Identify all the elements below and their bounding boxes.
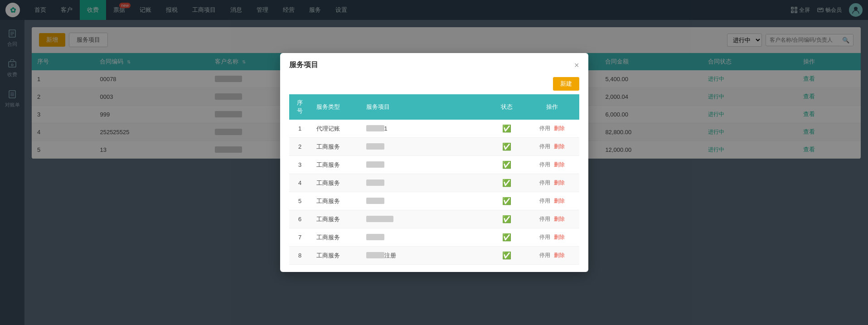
modal-new-button[interactable]: 新建	[553, 77, 579, 91]
modal-cell-action: 停用 删除	[525, 192, 579, 210]
modal-col-action: 操作	[525, 94, 579, 120]
modal-header: 服务项目 ×	[280, 53, 588, 73]
modal-close-button[interactable]: ×	[574, 61, 579, 69]
modal-cell-project: 1	[361, 120, 489, 138]
modal-table-row: 6 工商服务 ✅ 停用 删除	[289, 210, 579, 228]
modal-cell-status: ✅	[489, 156, 525, 174]
stop-button[interactable]: 停用	[539, 215, 550, 223]
modal-cell-project	[361, 210, 489, 228]
delete-button[interactable]: 删除	[554, 233, 565, 241]
status-active-icon: ✅	[502, 143, 511, 150]
modal-cell-type: 工商服务	[311, 192, 361, 210]
modal-cell-index: 4	[289, 174, 311, 192]
modal-cell-action: 停用 删除	[525, 156, 579, 174]
status-active-icon: ✅	[502, 197, 511, 205]
modal-table-row: 2 工商服务 ✅ 停用 删除	[289, 138, 579, 156]
delete-button[interactable]: 删除	[554, 125, 565, 132]
modal-cell-index: 3	[289, 156, 311, 174]
modal-cell-action: 停用 删除	[525, 174, 579, 192]
modal-cell-type: 工商服务	[311, 210, 361, 228]
modal-cell-index: 6	[289, 210, 311, 228]
modal-cell-index: 8	[289, 247, 311, 265]
modal-cell-status: ✅	[489, 192, 525, 210]
modal-overlay: 服务项目 × 新建 序号 服务类型 服务项目 状态	[24, 20, 868, 325]
modal-cell-action: 停用 删除	[525, 228, 579, 247]
main-layout: 合同 收费 对账单 新增 服务项目 进行中 全部	[0, 20, 868, 325]
modal-col-status: 状态	[489, 94, 525, 120]
stop-button[interactable]: 停用	[539, 233, 550, 241]
stop-button[interactable]: 停用	[539, 161, 550, 169]
delete-button[interactable]: 删除	[554, 143, 565, 150]
modal-cell-project	[361, 138, 489, 156]
modal-toolbar: 新建	[280, 73, 588, 94]
modal-cell-type: 工商服务	[311, 174, 361, 192]
status-active-icon: ✅	[502, 179, 511, 187]
modal-title: 服务项目	[289, 60, 318, 70]
service-modal: 服务项目 × 新建 序号 服务类型 服务项目 状态	[280, 53, 588, 272]
modal-table-row: 3 工商服务 ✅ 停用 删除	[289, 156, 579, 174]
modal-table-row: 1 代理记账 1 ✅ 停用 删除	[289, 120, 579, 138]
stop-button[interactable]: 停用	[539, 252, 550, 259]
modal-cell-status: ✅	[489, 247, 525, 265]
modal-cell-status: ✅	[489, 210, 525, 228]
modal-table-row: 5 工商服务 ✅ 停用 删除	[289, 192, 579, 210]
modal-cell-index: 1	[289, 120, 311, 138]
modal-col-type: 服务类型	[311, 94, 361, 120]
modal-cell-status: ✅	[489, 228, 525, 247]
status-active-icon: ✅	[502, 161, 511, 169]
modal-cell-project	[361, 192, 489, 210]
modal-table-row: 4 工商服务 ✅ 停用 删除	[289, 174, 579, 192]
modal-cell-status: ✅	[489, 138, 525, 156]
modal-body: 序号 服务类型 服务项目 状态 操作 1 代理记账 1 ✅ 停用 删除	[280, 94, 588, 272]
stop-button[interactable]: 停用	[539, 125, 550, 132]
modal-cell-action: 停用 删除	[525, 210, 579, 228]
modal-cell-index: 7	[289, 228, 311, 247]
modal-cell-action: 停用 删除	[525, 138, 579, 156]
delete-button[interactable]: 删除	[554, 161, 565, 169]
modal-cell-type: 工商服务	[311, 228, 361, 247]
status-active-icon: ✅	[502, 252, 511, 259]
delete-button[interactable]: 删除	[554, 215, 565, 223]
modal-col-project: 服务项目	[361, 94, 489, 120]
modal-table-row: 8 工商服务 注册 ✅ 停用 删除	[289, 247, 579, 265]
service-table: 序号 服务类型 服务项目 状态 操作 1 代理记账 1 ✅ 停用 删除	[289, 94, 579, 265]
modal-cell-type: 代理记账	[311, 120, 361, 138]
modal-cell-type: 工商服务	[311, 156, 361, 174]
content-area: 新增 服务项目 进行中 全部 已结束 🔍 序号 合同编码	[24, 20, 868, 325]
modal-table-row: 7 工商服务 ✅ 停用 删除	[289, 228, 579, 247]
modal-cell-action: 停用 删除	[525, 120, 579, 138]
modal-cell-project	[361, 174, 489, 192]
status-active-icon: ✅	[502, 215, 511, 223]
stop-button[interactable]: 停用	[539, 143, 550, 150]
status-active-icon: ✅	[502, 125, 511, 132]
modal-cell-project: 注册	[361, 247, 489, 265]
modal-cell-status: ✅	[489, 120, 525, 138]
modal-col-index: 序号	[289, 94, 311, 120]
modal-cell-type: 工商服务	[311, 138, 361, 156]
modal-cell-action: 停用 删除	[525, 247, 579, 265]
modal-cell-project	[361, 156, 489, 174]
modal-cell-index: 5	[289, 192, 311, 210]
modal-cell-type: 工商服务	[311, 247, 361, 265]
modal-cell-index: 2	[289, 138, 311, 156]
modal-cell-status: ✅	[489, 174, 525, 192]
stop-button[interactable]: 停用	[539, 179, 550, 187]
stop-button[interactable]: 停用	[539, 197, 550, 205]
delete-button[interactable]: 删除	[554, 197, 565, 205]
modal-cell-project	[361, 228, 489, 247]
delete-button[interactable]: 删除	[554, 252, 565, 259]
delete-button[interactable]: 删除	[554, 179, 565, 187]
status-active-icon: ✅	[502, 233, 511, 241]
